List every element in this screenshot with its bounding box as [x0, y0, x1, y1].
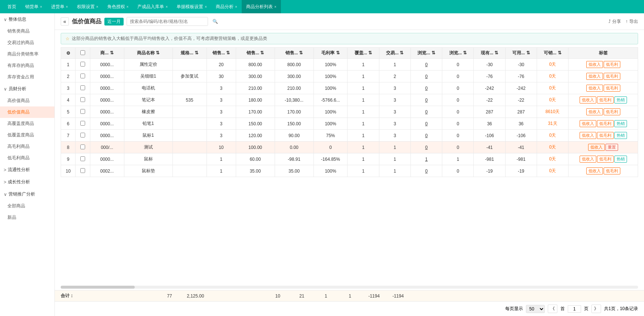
close-icon[interactable]: × — [235, 5, 237, 9]
row-view1[interactable]: 0 — [410, 165, 442, 177]
sidebar-item-low-margin[interactable]: 低毛利商品 — [0, 152, 54, 164]
period-button[interactable]: 近一月 — [104, 18, 124, 26]
view2-col-header[interactable]: 浏览... ⇅ — [442, 48, 474, 59]
sidebar-item-high-coverage[interactable]: 高覆盖度商品 — [0, 118, 54, 129]
sidebar-group-overall[interactable]: ∨ 整体信息 — [0, 13, 54, 26]
row-checkbox-cell[interactable] — [76, 59, 90, 71]
sidebar-group-marketing[interactable]: ∨ 营销推广分析 — [0, 188, 54, 200]
close-icon[interactable]: × — [127, 5, 129, 9]
search-icon[interactable]: 🔍 — [212, 19, 218, 24]
code-col-header[interactable]: 商... ⇅ — [90, 48, 124, 59]
sidebar-item-low-value[interactable]: 低价值商品 — [0, 106, 54, 118]
nav-item-role[interactable]: 角色授权 × — [103, 0, 133, 13]
sidebar-item-low-coverage[interactable]: 低覆盖度商品 — [0, 129, 54, 141]
view1-link[interactable]: 0 — [425, 74, 428, 79]
next-page-button[interactable]: 》 — [591, 305, 601, 313]
close-icon[interactable]: × — [66, 5, 68, 9]
row-view1[interactable]: 0 — [410, 94, 442, 106]
sidebar-group-finance[interactable]: ∨ 员财分析 — [0, 83, 54, 95]
margin-col-header[interactable]: 毛利率 ⇅ — [313, 48, 348, 59]
row-checkbox-cell[interactable] — [76, 165, 90, 177]
cover-col-header[interactable]: 覆盖... ⇅ — [348, 48, 379, 59]
nav-item-product-stock[interactable]: 产成品入库单 × — [133, 0, 172, 13]
row-checkbox[interactable] — [80, 133, 85, 137]
export-button[interactable]: ↑ 导出 — [625, 18, 638, 25]
trade-col-header[interactable]: 交易... ⇅ — [379, 48, 410, 59]
row-checkbox-cell[interactable] — [76, 106, 90, 118]
row-checkbox[interactable] — [80, 156, 85, 161]
view1-col-header[interactable]: 浏览... ⇅ — [410, 48, 442, 59]
view1-link[interactable]: 0 — [425, 109, 428, 115]
row-checkbox-cell[interactable] — [76, 130, 90, 142]
nav-item-goods-analysis[interactable]: 商品分析 × — [211, 0, 242, 13]
close-icon[interactable]: × — [96, 5, 98, 9]
nav-item-template[interactable]: 单据模板设置 × — [172, 0, 211, 13]
view1-link[interactable]: 0 — [425, 98, 428, 103]
view1-link[interactable]: 0 — [425, 62, 428, 67]
row-checkbox-cell[interactable] — [76, 82, 90, 94]
qty-col-header[interactable]: 销售... ⇅ — [207, 48, 236, 59]
view1-link[interactable]: 0 — [425, 121, 428, 126]
row-checkbox-cell[interactable] — [76, 94, 90, 106]
close-icon[interactable]: × — [205, 5, 207, 9]
page-number-input[interactable] — [568, 305, 581, 313]
row-view1[interactable]: 0 — [410, 106, 442, 118]
sidebar-item-traded-goods[interactable]: 交易过的商品 — [0, 37, 54, 48]
sidebar-item-all-goods[interactable]: 全部商品 — [0, 200, 54, 212]
close-icon[interactable]: × — [40, 5, 42, 9]
row-view1[interactable]: 0 — [410, 142, 442, 153]
nav-item-purchase[interactable]: 进货单 × — [47, 0, 73, 13]
close-icon[interactable]: × — [274, 5, 276, 9]
row-checkbox-cell[interactable] — [76, 142, 90, 153]
row-view1[interactable]: 0 — [410, 59, 442, 71]
nav-item-permission[interactable]: 权限设置 × — [73, 0, 103, 13]
row-checkbox-cell[interactable] — [76, 71, 90, 82]
row-checkbox[interactable] — [80, 121, 85, 126]
view1-link[interactable]: 0 — [425, 86, 428, 91]
row-checkbox[interactable] — [80, 74, 85, 78]
sidebar-item-high-margin[interactable]: 高毛利商品 — [0, 141, 54, 152]
row-checkbox[interactable] — [80, 62, 85, 67]
row-checkbox[interactable] — [80, 85, 85, 90]
sidebar-item-high-value[interactable]: 高价值商品 — [0, 95, 54, 106]
sales-col-header[interactable]: 销售... ⇅ — [236, 48, 275, 59]
row-checkbox-cell[interactable] — [76, 153, 90, 165]
row-checkbox[interactable] — [80, 109, 85, 114]
page-size-select[interactable]: 50 20 100 — [526, 305, 545, 313]
sidebar-group-growth[interactable]: > 成长性分析 — [0, 176, 54, 188]
share-button[interactable]: ⤴ 分享 — [608, 18, 621, 25]
row-checkbox[interactable] — [80, 168, 85, 173]
sidebar-item-new-goods[interactable]: 新品 — [0, 212, 54, 223]
sidebar-item-category-sales-rate[interactable]: 商品分类销售率 — [0, 48, 54, 60]
available-col-header[interactable]: 可用... ⇅ — [505, 48, 537, 59]
row-checkbox[interactable] — [80, 145, 85, 149]
checkbox-col-header[interactable] — [76, 48, 90, 59]
select-all-checkbox[interactable] — [80, 50, 85, 55]
sidebar-group-flow[interactable]: > 流通性分析 — [0, 164, 54, 176]
search-input[interactable] — [127, 17, 208, 26]
sidebar-item-stock-goods[interactable]: 有库存的商品 — [0, 60, 54, 71]
row-view1[interactable]: 0 — [410, 71, 442, 82]
collapse-sidebar-button[interactable]: « — [61, 17, 69, 26]
name-col-header[interactable]: 商品名称 ⇅ — [124, 48, 172, 59]
prev-page-button[interactable]: 《 — [548, 305, 557, 313]
row-view1[interactable]: 0 — [410, 130, 442, 142]
row-checkbox-cell[interactable] — [76, 118, 90, 130]
sales2-col-header[interactable]: 销售... ⇅ — [275, 48, 313, 59]
settings-col-header[interactable]: ⚙ — [61, 48, 76, 59]
row-view1[interactable]: 1 — [410, 153, 442, 165]
view1-link[interactable]: 0 — [425, 145, 428, 150]
view1-link[interactable]: 0 — [425, 169, 428, 174]
nav-item-home[interactable]: 首页 — [3, 0, 21, 13]
nav-item-goods-list[interactable]: 商品分析列表 × — [242, 0, 281, 13]
horizontal-scrollbar[interactable] — [61, 286, 638, 289]
nav-item-sales[interactable]: 销货单 × — [21, 0, 47, 13]
row-view1[interactable]: 0 — [410, 82, 442, 94]
row-checkbox[interactable] — [80, 97, 85, 102]
sidebar-item-sales-goods[interactable]: 销售类商品 — [0, 26, 54, 37]
sellable-col-header[interactable]: 可销... ⇅ — [537, 48, 568, 59]
current-col-header[interactable]: 现有... ⇅ — [474, 48, 505, 59]
close-icon[interactable]: × — [165, 5, 168, 9]
spec-col-header[interactable]: 规格... ⇅ — [172, 48, 207, 59]
view1-link[interactable]: 1 — [425, 157, 428, 162]
